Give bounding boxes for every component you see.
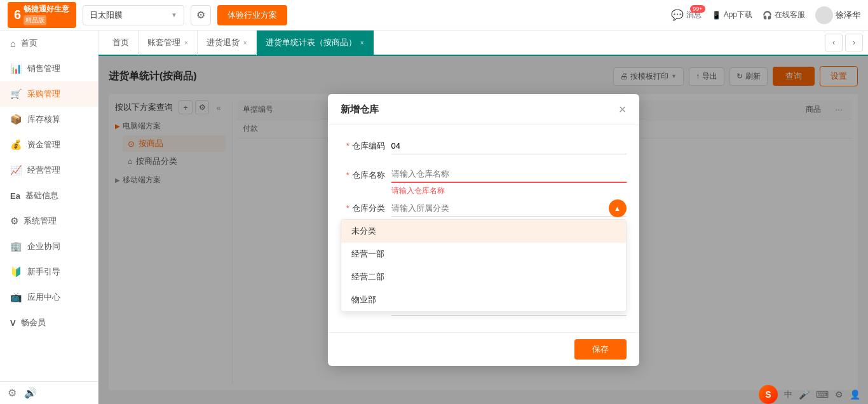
tab-home[interactable]: 首页 bbox=[104, 30, 139, 55]
s-logo[interactable]: S bbox=[759, 385, 778, 404]
sidebar-label-enterprise: 企业协同 bbox=[27, 241, 60, 252]
gear-icon: ⚙ bbox=[196, 9, 205, 21]
mic-icon[interactable]: 🎤 bbox=[799, 389, 810, 400]
status-bar: S 中 🎤 ⌨ ⚙ 👤 bbox=[751, 385, 868, 404]
required-star: * bbox=[346, 141, 349, 151]
dropdown-item-dept1[interactable]: 经营一部 bbox=[341, 243, 626, 266]
mobile-icon: 📱 bbox=[712, 11, 721, 20]
sidebar-item-inventory[interactable]: 📦 库存核算 bbox=[0, 107, 98, 132]
volume-icon[interactable]: 🔊 bbox=[24, 387, 37, 399]
category-dropdown-arrow[interactable]: ▲ bbox=[609, 199, 627, 217]
sidebar: ⌂ 首页 📊 销售管理 🛒 采购管理 📦 库存核算 💰 资金管理 📈 经营管理 … bbox=[0, 30, 98, 404]
sidebar-item-sales[interactable]: 📊 销售管理 bbox=[0, 56, 98, 81]
message-icon: 💬 bbox=[671, 9, 684, 21]
tab-purchase-stat-label: 进货单统计表（按商品） bbox=[266, 37, 356, 48]
category-input[interactable] bbox=[391, 200, 627, 217]
dropdown-item-dept2[interactable]: 经营二部 bbox=[341, 266, 626, 288]
tab-purchase-return-label: 进货退货 bbox=[207, 37, 240, 48]
headset-icon: 🎧 bbox=[763, 11, 772, 20]
keyboard-icon[interactable]: ⌨ bbox=[816, 389, 829, 400]
finance-icon: 💰 bbox=[10, 139, 22, 151]
cn-icon[interactable]: 中 bbox=[784, 389, 792, 400]
sidebar-label-sales: 销售管理 bbox=[27, 63, 60, 74]
save-button[interactable]: 保存 bbox=[574, 339, 627, 360]
sidebar-item-finance[interactable]: 💰 资金管理 bbox=[0, 132, 98, 158]
modal: 新增仓库 × * 仓库编码 bbox=[328, 94, 639, 366]
store-selector[interactable]: 日太阳膜 ▼ bbox=[83, 5, 184, 25]
sidebar-label-basic: 基础信息 bbox=[25, 190, 58, 201]
sidebar-item-vip[interactable]: V 畅会员 bbox=[0, 310, 98, 335]
sidebar-label-inventory: 库存核算 bbox=[27, 114, 60, 125]
app-download-item[interactable]: 📱 App下载 bbox=[712, 10, 752, 20]
sidebar-item-enterprise[interactable]: 🏢 企业协同 bbox=[0, 234, 98, 259]
dropdown-item-unclassified[interactable]: 未分类 bbox=[341, 220, 626, 243]
tab-nav-next[interactable]: › bbox=[845, 34, 863, 51]
chevron-right-icon: › bbox=[853, 38, 855, 47]
code-input[interactable] bbox=[391, 138, 627, 154]
online-service-item[interactable]: 🎧 在线客服 bbox=[763, 10, 805, 20]
main-layout: ⌂ 首页 📊 销售管理 🛒 采购管理 📦 库存核算 💰 资金管理 📈 经营管理 … bbox=[0, 30, 868, 404]
tab-bar: 首页 账套管理 × 进货退货 × 进货单统计表（按商品） × ‹ › bbox=[98, 30, 868, 56]
inventory-icon: 📦 bbox=[10, 114, 22, 125]
user-name: 徐泽华 bbox=[836, 10, 860, 21]
sales-icon: 📊 bbox=[10, 63, 22, 74]
appcenter-icon: 📺 bbox=[10, 292, 22, 303]
settings-icon[interactable]: ⚙ bbox=[835, 389, 843, 400]
gear-button[interactable]: ⚙ bbox=[191, 5, 211, 25]
sidebar-item-purchase[interactable]: 🛒 采购管理 bbox=[0, 81, 98, 107]
sidebar-item-guide[interactable]: 🔰 新手引导 bbox=[0, 259, 98, 285]
settings-bottom-icon[interactable]: ⚙ bbox=[8, 387, 17, 399]
tab-bar-right: ‹ › bbox=[825, 34, 863, 51]
home-icon: ⌂ bbox=[10, 38, 16, 49]
sidebar-item-operation[interactable]: 📈 经营管理 bbox=[0, 158, 98, 183]
tab-nav-prev[interactable]: ‹ bbox=[825, 34, 843, 51]
message-item[interactable]: 💬 99+ 消息 bbox=[671, 9, 702, 21]
tab-accounts-close-icon[interactable]: × bbox=[184, 39, 188, 46]
purchase-icon: 🛒 bbox=[10, 88, 22, 100]
logo-icon: 6 bbox=[14, 8, 21, 22]
logo-area[interactable]: 6 畅捷通好生意 精品版 bbox=[8, 2, 76, 28]
sidebar-item-home[interactable]: ⌂ 首页 bbox=[0, 30, 98, 56]
guide-icon: 🔰 bbox=[10, 266, 22, 278]
category-input-wrap: ▲ 未分类 经营一部 bbox=[391, 200, 627, 217]
modal-title: 新增仓库 bbox=[341, 104, 379, 116]
page-content: 进货单统计(按商品) 🖨 按模板打印 ▼ ↑ 导出 ↻ 刷新 bbox=[98, 56, 868, 404]
sidebar-label-vip: 畅会员 bbox=[21, 317, 46, 328]
sidebar-label-guide: 新手引导 bbox=[27, 266, 60, 278]
message-badge: 99+ bbox=[690, 5, 705, 13]
form-row-code: * 仓库编码 bbox=[341, 138, 627, 154]
user-area[interactable]: 徐泽华 bbox=[815, 6, 860, 24]
header-right: 💬 99+ 消息 📱 App下载 🎧 在线客服 徐泽华 bbox=[671, 6, 860, 24]
category-dropdown-list: 未分类 经营一部 经营二部 物业部 bbox=[341, 219, 627, 312]
name-error-msg: 请输入仓库名称 bbox=[391, 185, 627, 196]
tab-purchase-stat-close-icon[interactable]: × bbox=[360, 39, 364, 46]
name-label: * 仓库名称 bbox=[341, 166, 391, 181]
app-download-label: App下载 bbox=[724, 10, 752, 20]
logo-tag: 精品版 bbox=[24, 15, 46, 25]
sidebar-bottom: ⚙ 🔊 bbox=[0, 381, 98, 404]
sidebar-item-system[interactable]: ⚙ 系统管理 bbox=[0, 208, 98, 234]
content-area: 首页 账套管理 × 进货退货 × 进货单统计表（按商品） × ‹ › bbox=[98, 30, 868, 404]
sidebar-label-purchase: 采购管理 bbox=[27, 88, 60, 100]
required-star-name: * bbox=[346, 170, 349, 180]
modal-body: * 仓库编码 * 仓库名称 bbox=[328, 125, 639, 332]
name-input[interactable] bbox=[391, 166, 627, 183]
tab-purchase-return-close-icon[interactable]: × bbox=[243, 39, 247, 46]
sidebar-label-operation: 经营管理 bbox=[27, 165, 60, 176]
tab-accounts[interactable]: 账套管理 × bbox=[139, 30, 198, 55]
modal-overlay[interactable]: 新增仓库 × * 仓库编码 bbox=[98, 56, 868, 404]
user-status-icon[interactable]: 👤 bbox=[850, 389, 860, 400]
sidebar-item-appcenter[interactable]: 📺 应用中心 bbox=[0, 285, 98, 310]
trial-button[interactable]: 体验行业方案 bbox=[217, 5, 287, 25]
dropdown-item-property[interactable]: 物业部 bbox=[341, 288, 626, 311]
modal-header: 新增仓库 × bbox=[328, 94, 639, 125]
sidebar-item-basic[interactable]: Ea 基础信息 bbox=[0, 183, 98, 208]
basic-icon: Ea bbox=[10, 191, 20, 201]
sidebar-label-home: 首页 bbox=[21, 37, 37, 49]
modal-close-icon[interactable]: × bbox=[619, 103, 627, 116]
modal-footer: 保存 bbox=[328, 332, 639, 366]
tab-purchase-stat[interactable]: 进货单统计表（按商品） × bbox=[257, 30, 374, 55]
tab-purchase-return[interactable]: 进货退货 × bbox=[198, 30, 257, 55]
code-label: * 仓库编码 bbox=[341, 140, 391, 152]
sidebar-label-finance: 资金管理 bbox=[27, 139, 60, 151]
